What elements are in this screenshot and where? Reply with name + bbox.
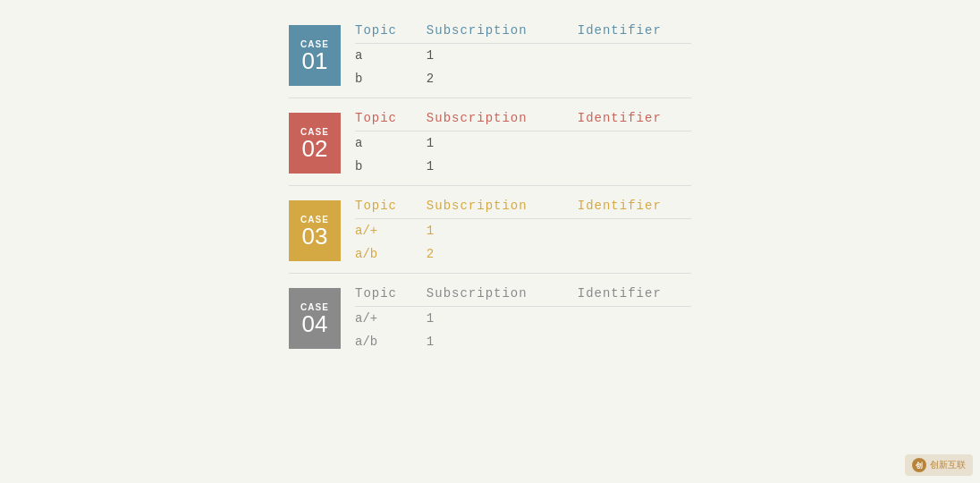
watermark-icon: 创 (912, 458, 926, 472)
table-cell: 1 (427, 219, 578, 243)
table-header-cell: Identifier (578, 18, 691, 44)
table-header-cell: Subscription (427, 18, 578, 44)
table-row: a/b2 (355, 242, 691, 266)
table-header-cell: Subscription (427, 106, 578, 131)
main-container: CASE01TopicSubscriptionIdentifiera1b2CAS… (0, 0, 980, 371)
table-row: b1 (355, 155, 691, 178)
table-row: a/+1 (355, 219, 691, 243)
table-cell: a/b (355, 242, 427, 266)
table-cell (578, 219, 691, 243)
case-badge-4: CASE04 (289, 288, 341, 349)
watermark-symbol: 创 (916, 461, 923, 470)
table-cell: a/b (355, 330, 427, 353)
table-cell: 1 (427, 44, 578, 68)
table-cell (578, 67, 691, 90)
case-number-2: 02 (302, 137, 328, 160)
case-divider (289, 185, 691, 186)
table-cell: 1 (427, 131, 578, 156)
table-header-cell: Topic (355, 18, 427, 44)
table-header-cell: Identifier (578, 106, 691, 131)
table-header-cell: Subscription (427, 193, 578, 219)
table-header-cell: Subscription (427, 281, 578, 307)
table-row: a/b1 (355, 330, 691, 353)
table-row: a/+1 (355, 307, 691, 331)
table-cell (578, 155, 691, 178)
table-header-cell: Identifier (578, 193, 691, 219)
table-cell: b (355, 155, 427, 178)
table-cell (578, 307, 691, 331)
table-cell: 2 (427, 242, 578, 266)
case-block-1: CASE01TopicSubscriptionIdentifiera1b2 (289, 18, 691, 90)
table-cell (578, 44, 691, 68)
table-cell: 1 (427, 307, 578, 331)
table-cell: a/+ (355, 307, 427, 331)
case-table-4: TopicSubscriptionIdentifiera/+1a/b1 (355, 281, 691, 353)
case-table-1: TopicSubscriptionIdentifiera1b2 (355, 18, 691, 90)
case-badge-2: CASE02 (289, 113, 341, 174)
table-cell: 1 (427, 155, 578, 178)
table-cell (578, 242, 691, 266)
case-number-3: 03 (302, 225, 328, 248)
case-table-3: TopicSubscriptionIdentifiera/+1a/b2 (355, 193, 691, 266)
watermark-text: 创新互联 (930, 459, 966, 471)
case-block-2: CASE02TopicSubscriptionIdentifiera1b1 (289, 106, 691, 178)
table-header-cell: Topic (355, 193, 427, 219)
table-row: a1 (355, 44, 691, 68)
table-cell: b (355, 67, 427, 90)
case-block-4: CASE04TopicSubscriptionIdentifiera/+1a/b… (289, 281, 691, 353)
case-badge-3: CASE03 (289, 200, 341, 261)
table-cell (578, 330, 691, 353)
table-cell: 2 (427, 67, 578, 90)
table-header-cell: Identifier (578, 281, 691, 307)
table-row: b2 (355, 67, 691, 90)
table-cell: a (355, 44, 427, 68)
table-header-cell: Topic (355, 281, 427, 307)
table-row: a1 (355, 131, 691, 156)
table-header-cell: Topic (355, 106, 427, 131)
table-cell (578, 131, 691, 156)
case-divider (289, 97, 691, 98)
table-cell: a (355, 131, 427, 156)
case-block-3: CASE03TopicSubscriptionIdentifiera/+1a/b… (289, 193, 691, 266)
case-table-2: TopicSubscriptionIdentifiera1b1 (355, 106, 691, 178)
case-divider (289, 273, 691, 274)
table-cell: a/+ (355, 219, 427, 243)
case-number-1: 01 (302, 49, 328, 72)
watermark: 创 创新互联 (905, 454, 973, 476)
table-cell: 1 (427, 330, 578, 353)
case-number-4: 04 (302, 312, 328, 335)
case-badge-1: CASE01 (289, 25, 341, 86)
